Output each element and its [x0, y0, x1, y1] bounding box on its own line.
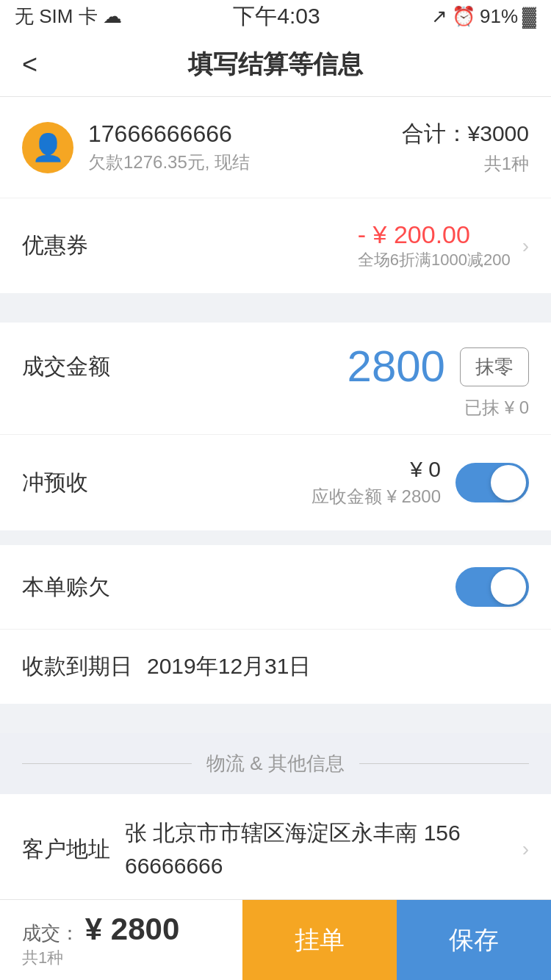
battery-icon: ▓	[522, 5, 536, 28]
separator-3	[0, 718, 551, 733]
bottom-summary: 成交： ¥ 2800 共1种	[0, 912, 242, 969]
duedate-row: 收款到期日 2019年12月31日	[0, 629, 551, 704]
address-section: 客户地址 张 北京市市辖区海淀区永丰南 156 66666666 ›	[0, 794, 551, 904]
customer-left: 👤 17666666666 欠款1276.35元, 现结	[22, 120, 250, 174]
sim-label: 无 SIM 卡 ☁	[15, 4, 122, 29]
coupon-amount: - ¥ 200.00	[358, 220, 511, 249]
amount-label: 成交金额	[22, 352, 110, 382]
prepay-sub: 应收金额 ¥ 2800	[311, 485, 441, 508]
duedate-value: 2019年12月31日	[147, 652, 311, 682]
coupon-right: - ¥ 200.00 全场6折满1000减200 ›	[358, 220, 529, 271]
total-value: ¥3000	[468, 121, 529, 145]
customer-row: 👤 17666666666 欠款1276.35元, 现结 合计：¥3000 共1…	[0, 97, 551, 198]
total-label: 合计：	[402, 121, 468, 145]
summary-row: 成交： ¥ 2800	[22, 912, 220, 947]
coupon-row[interactable]: 优惠券 - ¥ 200.00 全场6折满1000减200 ›	[0, 198, 551, 293]
nav-bar: < 填写结算等信息	[0, 32, 551, 97]
status-bar: 无 SIM 卡 ☁ 下午4:03 ↗ ⏰ 91% ▓	[0, 0, 551, 32]
alarm-icon: ⏰	[452, 5, 475, 28]
back-button[interactable]: <	[22, 49, 37, 80]
address-label: 客户地址	[22, 835, 110, 865]
divider-line-left	[22, 763, 192, 764]
divider-line-right	[359, 763, 529, 764]
battery-label: 91%	[480, 5, 518, 28]
logistics-label: 物流 & 其他信息	[206, 751, 345, 777]
address-value: 张 北京市市辖区海淀区永丰南 156 66666666	[125, 816, 503, 882]
location-icon: ↗	[431, 5, 447, 28]
bottom-actions: 挂单 保存	[242, 900, 551, 980]
amount-sub: 已抹 ¥ 0	[0, 396, 551, 434]
total-amount: 合计：¥3000	[402, 119, 529, 149]
item-count: 共1种	[402, 152, 529, 176]
coupon-label: 优惠券	[22, 231, 88, 261]
status-right: ↗ ⏰ 91% ▓	[431, 5, 536, 28]
prepay-amounts: ¥ 0 应收金额 ¥ 2800	[311, 457, 441, 508]
status-left: 无 SIM 卡 ☁	[15, 4, 122, 29]
toggle-thumb	[491, 465, 526, 500]
credit-row: 本单赊欠	[0, 545, 551, 629]
address-chevron-icon: ›	[522, 837, 529, 861]
separator-2	[0, 530, 551, 545]
separator-1	[0, 308, 551, 323]
prepay-row: 冲预收 ¥ 0 应收金额 ¥ 2800	[0, 434, 551, 530]
prepay-toggle[interactable]	[455, 463, 529, 502]
prepay-right: ¥ 0 应收金额 ¥ 2800	[311, 457, 529, 508]
save-button[interactable]: 保存	[397, 900, 551, 980]
amount-value-container: 2800 抹零	[347, 345, 529, 389]
customer-info: 17666666666 欠款1276.35元, 现结	[88, 120, 250, 174]
page-title: 填写结算等信息	[188, 48, 363, 82]
avatar-icon: 👤	[32, 132, 65, 163]
bottom-bar: 成交： ¥ 2800 共1种 挂单 保存	[0, 899, 551, 980]
summary-price: ¥ 2800	[85, 912, 179, 946]
credit-label: 本单赊欠	[22, 572, 110, 602]
customer-right: 合计：¥3000 共1种	[402, 119, 529, 176]
prepay-label: 冲预收	[22, 468, 88, 498]
credit-section: 本单赊欠 收款到期日 2019年12月31日	[0, 545, 551, 704]
customer-section: 👤 17666666666 欠款1276.35元, 现结 合计：¥3000 共1…	[0, 97, 551, 293]
hold-order-button[interactable]: 挂单	[242, 900, 397, 980]
prepay-value: ¥ 0	[311, 457, 441, 482]
coupon-desc: 全场6折满1000减200	[358, 249, 511, 271]
amount-number: 2800	[347, 345, 445, 389]
duedate-label: 收款到期日	[22, 652, 132, 682]
chevron-right-icon: ›	[522, 234, 529, 258]
round-zero-button[interactable]: 抹零	[460, 347, 529, 386]
logistics-divider: 物流 & 其他信息	[0, 733, 551, 794]
amount-row: 成交金额 2800 抹零	[0, 323, 551, 396]
customer-phone: 17666666666	[88, 120, 250, 148]
amount-section: 成交金额 2800 抹零 已抹 ¥ 0 冲预收 ¥ 0 应收金额 ¥ 2800	[0, 323, 551, 530]
address-row[interactable]: 客户地址 张 北京市市辖区海淀区永丰南 156 66666666 ›	[0, 794, 551, 904]
credit-toggle[interactable]	[455, 567, 529, 607]
summary-count: 共1种	[22, 947, 220, 969]
customer-debt: 欠款1276.35元, 现结	[88, 151, 250, 174]
credit-toggle-thumb	[491, 569, 526, 605]
avatar: 👤	[22, 122, 73, 173]
summary-label: 成交：	[22, 922, 79, 944]
status-time: 下午4:03	[233, 1, 320, 32]
